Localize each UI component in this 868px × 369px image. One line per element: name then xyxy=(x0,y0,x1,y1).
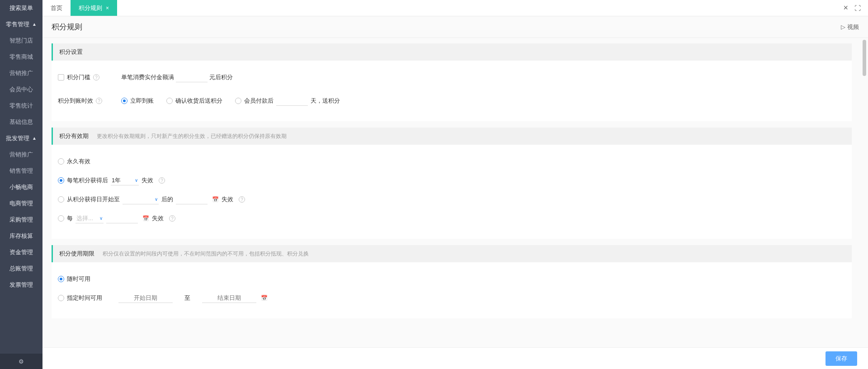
tabbar-controls: × ⛶ xyxy=(833,0,868,16)
fullscreen-icon[interactable]: ⛶ xyxy=(853,5,863,12)
help-icon[interactable]: ? xyxy=(169,215,175,222)
section-header-validity: 积分有效期 更改积分有效期规则，只对新产生的积分生效，已经赠送的积分仍保持原有效… xyxy=(52,128,852,145)
vertical-scrollbar[interactable] xyxy=(861,38,868,369)
radio-icon xyxy=(235,98,241,104)
video-help-link[interactable]: ▷ 视频 xyxy=(841,23,859,31)
radio-date-range[interactable]: 指定时间可用 至 📅 xyxy=(58,293,268,303)
chevron-down-icon: ∨ xyxy=(155,197,158,202)
from-date-input[interactable] xyxy=(176,194,208,204)
video-label: 视频 xyxy=(847,23,859,31)
section-title: 积分使用期限 xyxy=(59,250,94,258)
close-icon[interactable]: × xyxy=(106,5,109,11)
end-date-input[interactable] xyxy=(202,293,256,303)
sidebar-item-ledger[interactable]: 总账管理 xyxy=(0,260,42,277)
sidebar: 搜索菜单 零售管理 ▲ 智慧门店 零售商城 营销推广 会员中心 零售统计 基础信… xyxy=(0,0,42,369)
help-icon[interactable]: ? xyxy=(96,98,102,104)
calendar-icon[interactable]: 📅 xyxy=(212,196,219,203)
save-button[interactable]: 保存 xyxy=(826,351,857,366)
main: 首页 积分规则 × × ⛶ 积分规则 ▷ 视频 xyxy=(42,0,868,369)
radio-after-pay[interactable]: 会员付款后 天，送积分 xyxy=(235,96,340,106)
radio-icon xyxy=(166,98,173,104)
sidebar-group-label: 零售管理 xyxy=(6,20,29,28)
calendar-icon[interactable]: 📅 xyxy=(261,295,268,301)
from-date-unit-select[interactable]: ∨ xyxy=(123,194,159,204)
content-scroll: 积分设置 积分门槛 ? 单笔消费实付金额满 xyxy=(42,38,868,369)
play-icon: ▷ xyxy=(841,24,845,30)
radio-icon xyxy=(58,276,64,282)
sidebar-item-smart-store[interactable]: 智慧门店 xyxy=(0,33,42,49)
sidebar-item-retail-mall[interactable]: 零售商城 xyxy=(0,49,42,65)
tab-bar: 首页 积分规则 × × ⛶ xyxy=(42,0,868,16)
caret-up-icon: ▲ xyxy=(32,22,37,27)
section-header-usage-period: 积分使用期限 积分仅在设置的时间段内可使用，不在时间范围内的不可用，包括积分抵现… xyxy=(52,245,852,262)
threshold-amount-input[interactable] xyxy=(176,72,208,82)
threshold-checkbox[interactable] xyxy=(58,74,64,80)
radio-immediate[interactable]: 立即到账 xyxy=(121,97,154,105)
tab-points-rule[interactable]: 积分规则 × xyxy=(71,0,117,16)
sidebar-item-member-center[interactable]: 会员中心 xyxy=(0,81,42,98)
every-date-input[interactable] xyxy=(106,213,138,223)
sidebar-item-invoice[interactable]: 发票管理 xyxy=(0,277,42,293)
threshold-suffix: 元后积分 xyxy=(209,73,233,81)
sidebar-item-xiaochang[interactable]: 小畅电商 xyxy=(0,179,42,195)
help-icon[interactable]: ? xyxy=(93,74,99,80)
sidebar-item-sales-mgmt[interactable]: 销售管理 xyxy=(0,163,42,179)
radio-every[interactable]: 每 选择... ∨ 📅 失效 ? xyxy=(58,213,175,223)
radio-anytime[interactable]: 随时可用 xyxy=(58,275,90,283)
sidebar-item-wholesale-marketing[interactable]: 营销推广 xyxy=(0,147,42,163)
every-unit-select[interactable]: 选择... ∨ xyxy=(75,213,104,223)
start-date-input[interactable] xyxy=(118,293,173,303)
radio-forever[interactable]: 永久有效 xyxy=(58,157,90,166)
radio-icon xyxy=(121,98,127,104)
after-pay-days-input[interactable] xyxy=(276,96,308,106)
section-title: 积分设置 xyxy=(59,48,83,56)
radio-icon xyxy=(58,158,64,165)
radio-icon xyxy=(58,177,64,184)
sidebar-search[interactable]: 搜索菜单 xyxy=(0,0,42,16)
section-hint: 更改积分有效期规则，只对新产生的积分生效，已经赠送的积分仍保持原有效期 xyxy=(97,132,287,140)
section-hint: 积分仅在设置的时间段内可使用，不在时间范围内的不可用，包括积分抵现、积分兑换 xyxy=(103,250,309,258)
caret-up-icon: ▲ xyxy=(32,136,37,141)
sidebar-item-marketing[interactable]: 营销推广 xyxy=(0,65,42,81)
sidebar-group-label: 批发管理 xyxy=(6,134,29,142)
chevron-down-icon: ∨ xyxy=(135,178,138,183)
close-all-icon[interactable]: × xyxy=(839,3,853,13)
radio-after-receive[interactable]: 确认收货后送积分 xyxy=(166,97,222,105)
sidebar-item-ecom-mgmt[interactable]: 电商管理 xyxy=(0,195,42,212)
date-range-separator: 至 xyxy=(175,294,199,302)
radio-icon xyxy=(58,295,64,301)
tab-home[interactable]: 首页 xyxy=(42,0,71,16)
section-header-points-settings: 积分设置 xyxy=(52,43,852,61)
scrollbar-thumb[interactable] xyxy=(863,40,866,76)
page-header: 积分规则 ▷ 视频 xyxy=(42,16,868,38)
sidebar-settings[interactable]: ⚙ xyxy=(0,354,42,369)
timing-label: 积分到账时效 xyxy=(58,97,93,105)
radio-from-date[interactable]: 从积分获得日开始至 ∨ 后的 📅 失效 ? xyxy=(58,194,245,204)
radio-each-expire[interactable]: 每笔积分获得后 1年 ∨ 失效 ? xyxy=(58,175,165,185)
sidebar-item-inventory[interactable]: 库存核算 xyxy=(0,228,42,244)
threshold-prefix: 单笔消费实付金额满 xyxy=(121,73,174,81)
sidebar-group-wholesale[interactable]: 批发管理 ▲ xyxy=(0,130,42,147)
validity-period-select[interactable]: 1年 ∨ xyxy=(111,175,139,185)
radio-icon xyxy=(58,196,64,203)
help-icon[interactable]: ? xyxy=(239,196,245,203)
sidebar-item-finance[interactable]: 资金管理 xyxy=(0,244,42,260)
sidebar-item-basic-info[interactable]: 基础信息 xyxy=(0,114,42,130)
content: 积分设置 积分门槛 ? 单笔消费实付金额满 xyxy=(42,38,861,369)
calendar-icon[interactable]: 📅 xyxy=(142,215,149,222)
radio-icon xyxy=(58,215,64,222)
sidebar-item-purchase[interactable]: 采购管理 xyxy=(0,212,42,228)
threshold-label: 积分门槛 xyxy=(67,73,90,81)
page-title: 积分规则 xyxy=(52,22,82,32)
tab-label: 积分规则 xyxy=(79,4,102,12)
chevron-down-icon: ∨ xyxy=(99,216,103,221)
sidebar-group-retail[interactable]: 零售管理 ▲ xyxy=(0,16,42,33)
sidebar-item-retail-stats[interactable]: 零售统计 xyxy=(0,98,42,114)
section-title: 积分有效期 xyxy=(59,132,89,140)
footer-action-bar: 保存 xyxy=(42,347,868,369)
gear-icon: ⚙ xyxy=(19,358,24,365)
help-icon[interactable]: ? xyxy=(159,177,165,184)
